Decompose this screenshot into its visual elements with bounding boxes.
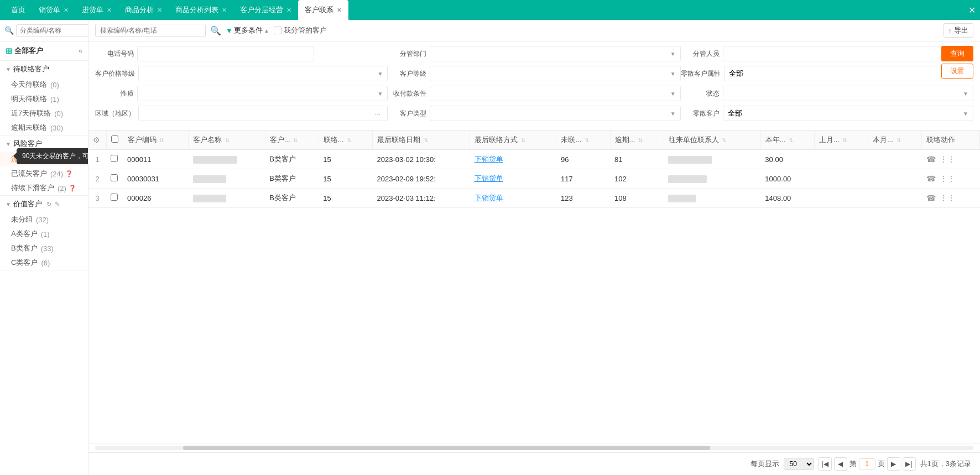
- this-year-sort-icon[interactable]: ⇅: [789, 137, 793, 143]
- sidebar-item-overdue-contact[interactable]: 逾期未联络 (30): [0, 121, 88, 135]
- filter-more-conditions[interactable]: ▼ 更多条件 ▲: [226, 25, 269, 35]
- page-input[interactable]: [859, 458, 875, 469]
- nav-tab-customer-tier[interactable]: 客户分层经营 ✕: [233, 0, 298, 20]
- close-customer-tier-icon[interactable]: ✕: [286, 7, 291, 14]
- query-button[interactable]: 查询: [941, 46, 973, 61]
- contact-action-icon[interactable]: ☎: [926, 155, 936, 164]
- contact-person-sort-icon[interactable]: ⇅: [722, 137, 726, 143]
- last-method-sort-icon[interactable]: ⇅: [521, 137, 525, 143]
- close-product-analysis-icon[interactable]: ✕: [157, 7, 162, 14]
- more-action-icon[interactable]: ⋮⋮: [940, 194, 955, 202]
- sidebar-item-tomorrow-contact[interactable]: 明天待联络 (1): [0, 92, 88, 106]
- nav-tab-product-list[interactable]: 商品分析列表 ✕: [169, 0, 233, 20]
- horizontal-scrollbar[interactable]: [95, 446, 973, 450]
- first-page-button[interactable]: |◀: [819, 457, 832, 471]
- col-name[interactable]: 客户名称 ⇅: [189, 131, 265, 150]
- per-page-select[interactable]: 50 20 100: [784, 458, 814, 470]
- col-this-year[interactable]: 本年... ⇅: [760, 131, 814, 150]
- last-page-button[interactable]: ▶|: [903, 457, 916, 471]
- filter-search-button[interactable]: 🔍: [210, 25, 221, 36]
- sidebar-section-value-header[interactable]: ▼ 价值客户 ↻ ✎: [0, 196, 88, 212]
- row-checkbox[interactable]: [111, 174, 118, 181]
- row-checkbox-cell[interactable]: [106, 150, 123, 169]
- manager-select[interactable]: ···: [723, 46, 973, 61]
- gender-select[interactable]: ▼: [137, 86, 388, 101]
- sidebar-section-pending-header[interactable]: ▼ 待联络客户: [0, 61, 88, 77]
- row-last-method[interactable]: 下销货单: [470, 169, 556, 189]
- sidebar-item-today-contact[interactable]: 今天待联络 (0): [0, 77, 88, 92]
- sidebar-search-input[interactable]: [16, 24, 88, 36]
- col-customer-type[interactable]: 客户... ⇅: [265, 131, 319, 150]
- col-overdue[interactable]: 逾期... ⇅: [610, 131, 664, 150]
- col-code[interactable]: 客户编码 ⇅: [123, 131, 189, 150]
- retail-attr-select[interactable]: 全部 ▼: [724, 66, 973, 81]
- settings-button[interactable]: 设置: [941, 64, 973, 79]
- sidebar-item-class-b[interactable]: B类客户 (33): [0, 241, 88, 255]
- my-customers-checkbox[interactable]: [274, 27, 282, 34]
- sidebar-all-customers[interactable]: ⊞ 全部客户 «: [0, 41, 88, 61]
- customer-level-select[interactable]: ▼: [430, 66, 680, 81]
- row-checkbox[interactable]: [111, 194, 118, 201]
- filter-my-customers[interactable]: 我分管的客户: [274, 25, 327, 35]
- customer-type-select[interactable]: ▼: [430, 106, 680, 121]
- window-close-button[interactable]: ✕: [968, 5, 976, 15]
- filter-search-input[interactable]: [95, 24, 206, 37]
- sidebar-item-week-contact[interactable]: 近7天待联络 (0): [0, 106, 88, 121]
- nav-tab-product-analysis[interactable]: 商品分析 ✕: [118, 0, 169, 20]
- refresh-icon[interactable]: ↻: [46, 201, 51, 208]
- row-last-method[interactable]: 下销货单: [470, 150, 556, 169]
- status-select[interactable]: ▼: [723, 86, 973, 101]
- phone-input[interactable]: [137, 46, 314, 61]
- last-date-sort-icon[interactable]: ⇅: [424, 137, 428, 143]
- sidebar-item-class-a[interactable]: A类客户 (1): [0, 227, 88, 241]
- nav-tab-salesorder[interactable]: 销货单 ✕: [32, 0, 75, 20]
- col-uncontacted[interactable]: 未联... ⇅: [556, 131, 610, 150]
- contact-action-icon[interactable]: ☎: [926, 174, 936, 183]
- more-action-icon[interactable]: ⋮⋮: [940, 155, 955, 164]
- sidebar-item-class-c[interactable]: C类客户 (6): [0, 255, 88, 270]
- nav-home[interactable]: 首页: [4, 0, 32, 20]
- sidebar-item-declining[interactable]: 持续下滑客户 (2) ❓: [0, 181, 88, 195]
- col-last-contact-method[interactable]: 最后联络方式 ⇅: [470, 131, 556, 150]
- col-contact-person[interactable]: 往来单位联系人 ⇅: [664, 131, 760, 150]
- select-all-checkbox[interactable]: [111, 135, 118, 143]
- overdue-sort-icon[interactable]: ⇅: [638, 137, 643, 143]
- name-sort-icon[interactable]: ⇅: [225, 137, 230, 143]
- sidebar-collapse-icon[interactable]: «: [79, 47, 82, 55]
- row-last-method[interactable]: 下销货单: [470, 189, 556, 208]
- col-checkbox[interactable]: [106, 131, 123, 150]
- uncontacted-sort-icon[interactable]: ⇅: [585, 137, 589, 143]
- close-salesorder-icon[interactable]: ✕: [64, 7, 69, 14]
- col-this-month[interactable]: 本月... ⇅: [868, 131, 922, 150]
- close-purchaseorder-icon[interactable]: ✕: [107, 7, 112, 14]
- next-page-button[interactable]: ▶: [887, 457, 900, 471]
- table-settings-icon[interactable]: ⚙: [93, 135, 100, 144]
- price-level-select[interactable]: ▼: [138, 66, 388, 81]
- nav-tab-customer-contact[interactable]: 客户联系 ✕: [298, 0, 348, 20]
- type-sort-icon[interactable]: ⇅: [293, 137, 298, 143]
- this-month-sort-icon[interactable]: ⇅: [896, 137, 901, 143]
- contact-count-sort-icon[interactable]: ⇅: [347, 137, 351, 143]
- sidebar-item-ungrouped[interactable]: 未分组 (32): [0, 212, 88, 227]
- export-button[interactable]: ↑ 导出: [943, 23, 974, 38]
- col-last-month[interactable]: 上月... ⇅: [814, 131, 868, 150]
- contact-action-icon[interactable]: ☎: [926, 194, 936, 202]
- more-action-icon[interactable]: ⋮⋮: [940, 174, 955, 183]
- nav-tab-purchaseorder[interactable]: 进货单 ✕: [75, 0, 118, 20]
- last-month-sort-icon[interactable]: ⇅: [842, 137, 847, 143]
- dept-select[interactable]: ▼: [430, 46, 680, 61]
- close-product-list-icon[interactable]: ✕: [222, 7, 227, 14]
- prev-page-button[interactable]: ◀: [834, 457, 847, 471]
- row-checkbox[interactable]: [111, 155, 118, 162]
- sidebar-item-churned[interactable]: 已流失客户 (24) ❓: [0, 166, 88, 181]
- close-customer-contact-icon[interactable]: ✕: [337, 7, 342, 14]
- col-last-contact-date[interactable]: 最后联络日期 ⇅: [372, 131, 470, 150]
- row-checkbox-cell[interactable]: [106, 189, 123, 208]
- payment-select[interactable]: ▼: [430, 86, 680, 101]
- col-contact-count[interactable]: 联络... ⇅: [319, 131, 372, 150]
- region-dots-icon[interactable]: ···: [372, 109, 383, 118]
- retail-customer-select[interactable]: 全部 ▼: [723, 106, 973, 121]
- edit-value-icon[interactable]: ✎: [55, 201, 60, 208]
- code-sort-icon[interactable]: ⇅: [159, 137, 164, 143]
- col-settings[interactable]: ⚙: [88, 131, 106, 150]
